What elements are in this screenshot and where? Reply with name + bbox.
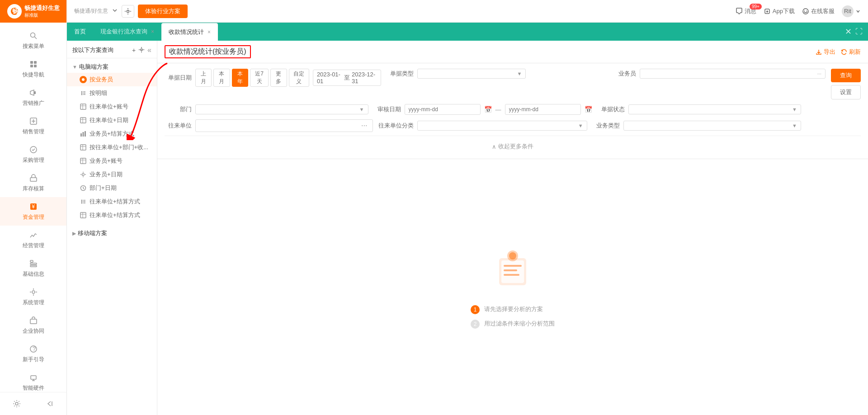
plan-item-salesperson-settlement[interactable]: 业务员+结算方式 bbox=[67, 127, 157, 141]
plan-item-partner-settlement2-label: 往来单位+结算方式 bbox=[90, 211, 140, 219]
tab-home[interactable]: 首页 bbox=[67, 23, 93, 41]
megaphone-icon bbox=[28, 88, 38, 98]
salesperson-chevron: ··· bbox=[817, 71, 821, 76]
sidebar-item-inventory[interactable]: 库存核算 bbox=[0, 169, 66, 197]
plan-item-dept-date[interactable]: 部门+日期 bbox=[67, 181, 157, 195]
salesperson-select[interactable]: ··· bbox=[640, 69, 826, 79]
tab-bank-flow[interactable]: 现金银行流水查询 × bbox=[93, 23, 161, 41]
plan-item-partner-dept-collect[interactable]: 按往来单位+部门+收... bbox=[67, 141, 157, 154]
date-btn-last-month[interactable]: 上月 bbox=[195, 69, 212, 87]
plan-item-by-detail[interactable]: 按明细 bbox=[67, 86, 157, 100]
svg-point-33 bbox=[803, 9, 808, 14]
tabs-bar: 首页 现金银行流水查询 × 收款情况统计 × ✕ ⛶ bbox=[67, 23, 868, 41]
biz-type-select[interactable]: ▼ bbox=[623, 121, 801, 131]
sales-icon bbox=[28, 116, 38, 126]
sidebar-item-finance[interactable]: ¥ 资金管理 bbox=[0, 197, 66, 226]
partner-select[interactable]: ··· bbox=[195, 119, 373, 132]
dept-select[interactable]: ▼ bbox=[195, 104, 368, 114]
online-service-btn[interactable]: 在线客服 bbox=[802, 7, 835, 15]
tabs-close-all-btn[interactable]: ✕ bbox=[845, 27, 852, 37]
review-date-from-input[interactable] bbox=[405, 104, 481, 115]
sidebar-item-purchase[interactable]: 采购管理 bbox=[0, 140, 66, 169]
plan-item-partner-settlement2[interactable]: 往来单位+结算方式 bbox=[67, 208, 157, 222]
message-btn[interactable]: 消息 99+ bbox=[736, 7, 756, 15]
date-btn-more[interactable]: 更多 bbox=[270, 69, 287, 87]
svg-rect-51 bbox=[83, 132, 84, 137]
app-download-btn[interactable]: App下载 bbox=[764, 7, 795, 15]
plan-table-icon-3 bbox=[80, 144, 87, 151]
empty-illustration bbox=[486, 240, 540, 294]
plan-item-salesperson-account-label: 业务员+账号 bbox=[90, 157, 123, 165]
purchase-icon bbox=[28, 145, 38, 155]
sidebar-item-operations[interactable]: 经营管理 bbox=[0, 226, 66, 254]
export-btn[interactable]: 导出 bbox=[816, 48, 835, 56]
sidebar-item-system[interactable]: 系统管理 bbox=[0, 283, 66, 311]
calendar-icon-2[interactable]: 📅 bbox=[585, 106, 592, 113]
doc-status-select[interactable]: ▼ bbox=[628, 104, 802, 114]
sidebar-item-hardware[interactable]: 智能硬件 bbox=[0, 368, 66, 392]
trial-btn[interactable]: 体验行业方案 bbox=[138, 5, 188, 18]
collapse-panel-btn[interactable]: « bbox=[147, 46, 151, 54]
tab-bank-flow-close[interactable]: × bbox=[151, 28, 154, 35]
sidebar-item-sales[interactable]: 销售管理 bbox=[0, 112, 66, 140]
sidebar-item-basic[interactable]: 基础信息 bbox=[0, 254, 66, 283]
filter-area: 单据日期 上月 本月 本年 近7天 更多 自定义 2023-01-01 至 bbox=[157, 63, 868, 159]
plan-chart-icon bbox=[80, 130, 87, 137]
step-num-2: 2 bbox=[471, 320, 480, 329]
user-dropdown-icon bbox=[855, 9, 861, 14]
sidebar-item-guide[interactable]: ? 新手引导 bbox=[0, 340, 66, 368]
tabs-expand-btn[interactable]: ⛶ bbox=[855, 28, 863, 36]
partner-ellipsis[interactable]: ··· bbox=[359, 122, 369, 130]
sidebar-label-basic: 基础信息 bbox=[23, 270, 44, 278]
settings-filter-btn[interactable]: 设置 bbox=[831, 85, 861, 99]
topbar-settings-btn[interactable] bbox=[122, 5, 134, 18]
plan-item-by-salesperson[interactable]: 按业务员 bbox=[67, 73, 157, 86]
plan-group-desktop-header[interactable]: ▼ 电脑端方案 bbox=[67, 61, 157, 73]
plan-item-salesperson-date-label: 业务员+日期 bbox=[90, 170, 123, 179]
sidebar-settings-btn[interactable] bbox=[10, 397, 24, 410]
sidebar-collapse-btn[interactable] bbox=[43, 397, 57, 410]
calendar-icon-1[interactable]: 📅 bbox=[484, 106, 492, 113]
guide-icon: ? bbox=[28, 344, 38, 354]
plan-item-partner-account[interactable]: 往来单位+账号 bbox=[67, 100, 157, 113]
date-btn-this-year[interactable]: 本年 bbox=[232, 69, 248, 87]
sidebar-label-operations: 经营管理 bbox=[23, 242, 44, 250]
plan-item-partner-date[interactable]: 往来单位+日期 bbox=[67, 113, 157, 127]
plan-settings-btn[interactable] bbox=[138, 47, 145, 54]
partner-category-select[interactable]: ▼ bbox=[417, 121, 587, 131]
sidebar-item-search[interactable]: 搜索菜单 bbox=[0, 26, 66, 55]
sidebar-item-marketing[interactable]: 营销推广 bbox=[0, 83, 66, 112]
sidebar-item-quick-nav[interactable]: 快捷导航 bbox=[0, 55, 66, 83]
tab-collection-stats[interactable]: 收款情况统计 × bbox=[161, 23, 218, 41]
plan-group-mobile: ▶ 移动端方案 bbox=[67, 225, 157, 242]
doc-status-chevron: ▼ bbox=[792, 107, 797, 112]
date-btn-7days[interactable]: 近7天 bbox=[250, 69, 269, 87]
sidebar-item-enterprise[interactable]: 企业协同 bbox=[0, 311, 66, 340]
plan-item-salesperson-account[interactable]: 业务员+账号 bbox=[67, 154, 157, 168]
app-name: 畅捷通好生意 bbox=[24, 4, 60, 12]
doc-type-label: 单据类型 bbox=[387, 70, 414, 78]
plan-item-partner-settlement1[interactable]: 往来单位+结算方式 bbox=[67, 195, 157, 208]
svg-rect-67 bbox=[80, 212, 86, 218]
partner-category-label: 往来单位分类 bbox=[378, 122, 414, 130]
topbar-dropdown-btn[interactable] bbox=[112, 7, 118, 15]
plan-item-salesperson-date[interactable]: 业务员+日期 bbox=[67, 168, 157, 181]
empty-step-1-text: 请先选择要分析的方案 bbox=[484, 305, 543, 313]
tab-bank-flow-label: 现金银行流水查询 bbox=[100, 28, 147, 36]
tab-collection-stats-close[interactable]: × bbox=[208, 29, 211, 35]
refresh-btn[interactable]: 刷新 bbox=[841, 48, 861, 56]
date-btn-custom[interactable]: 自定义 bbox=[289, 69, 309, 87]
collapse-filter-btn[interactable]: ∧ 收起更多条件 bbox=[489, 140, 536, 153]
plan-table-icon-5 bbox=[80, 212, 87, 219]
add-plan-btn[interactable]: + bbox=[132, 47, 136, 54]
doc-type-select[interactable]: ▼ bbox=[417, 69, 526, 79]
app-download-label: App下载 bbox=[773, 7, 795, 15]
empty-state: 1 请先选择要分析的方案 2 用过滤条件来缩小分析范围 bbox=[157, 159, 868, 415]
plan-group-mobile-header[interactable]: ▶ 移动端方案 bbox=[67, 227, 157, 239]
date-btn-this-month[interactable]: 本月 bbox=[213, 69, 230, 87]
query-btn[interactable]: 查询 bbox=[831, 69, 861, 82]
review-date-to-input[interactable] bbox=[505, 104, 581, 115]
topbar-breadcrumb: 畅捷通/好生意 bbox=[74, 7, 108, 15]
user-btn[interactable]: Rit bbox=[842, 5, 861, 17]
sidebar-label-marketing: 营销推广 bbox=[23, 99, 44, 107]
